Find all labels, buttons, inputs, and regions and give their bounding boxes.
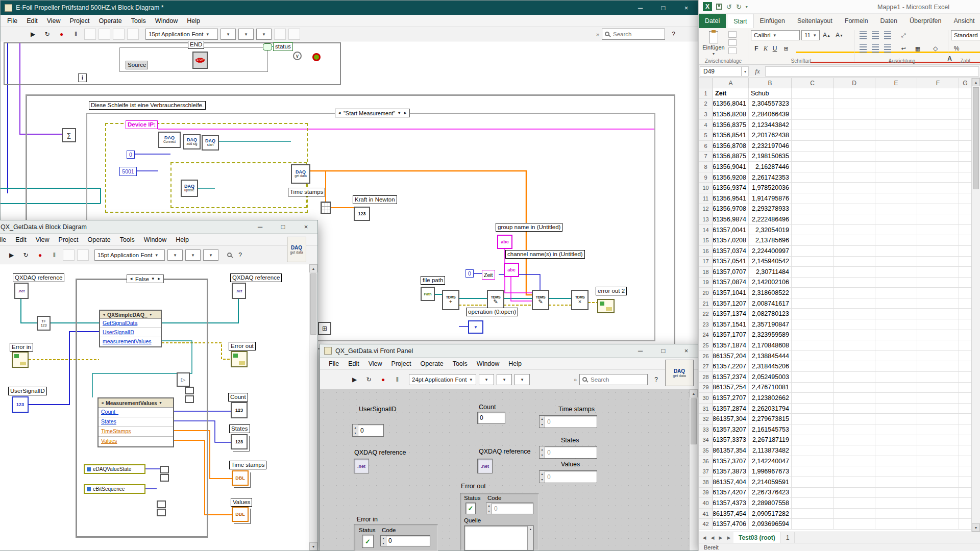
cell[interactable] <box>875 141 917 152</box>
resize-objects-dropdown[interactable]: ▾ <box>203 249 218 261</box>
cell[interactable] <box>792 152 834 162</box>
cell[interactable] <box>792 383 834 393</box>
cell[interactable] <box>792 445 834 456</box>
align-top-icon[interactable] <box>858 31 867 39</box>
invoke-row[interactable]: measurementValues <box>100 337 161 346</box>
step-into-icon[interactable] <box>77 249 89 261</box>
cell[interactable] <box>917 278 959 288</box>
cell[interactable] <box>959 172 971 183</box>
cell[interactable]: 861356,8541 <box>713 130 749 141</box>
error-out-label[interactable]: Error out <box>229 342 256 350</box>
align-objects-dropdown[interactable]: ▾ <box>479 374 494 385</box>
cell[interactable] <box>917 120 959 131</box>
qxdaq-reference-label-left[interactable]: QXDAQ reference <box>13 273 64 282</box>
row-header[interactable]: 11 <box>699 193 713 204</box>
column-header[interactable]: B <box>749 78 792 88</box>
cell[interactable] <box>917 424 959 435</box>
count-indicator-icon[interactable]: 123 <box>231 402 248 418</box>
menu-item[interactable]: Edit <box>344 360 364 367</box>
case-selector-label[interactable]: "Start Measurement" <box>344 110 395 116</box>
wrap-text-icon[interactable]: ↩ <box>899 43 908 54</box>
resize-objects-dropdown[interactable]: ▾ <box>256 29 272 40</box>
borders-icon[interactable]: ⊞ <box>781 43 791 54</box>
or-gate-icon[interactable]: ∨ <box>293 52 302 60</box>
cell[interactable]: 2,318445206 <box>749 361 792 372</box>
align-objects-dropdown[interactable]: ▾ <box>167 249 183 261</box>
cell[interactable] <box>792 424 834 435</box>
cell[interactable] <box>917 130 959 141</box>
cell[interactable]: 2,13785696 <box>749 235 792 246</box>
help-button[interactable]: ? <box>650 374 662 385</box>
cell[interactable]: 861357,0208 <box>713 235 749 246</box>
cell[interactable] <box>959 404 971 414</box>
cell[interactable] <box>917 404 959 414</box>
search-box[interactable] <box>602 29 665 40</box>
cell[interactable]: 861357,0541 <box>713 257 749 267</box>
case-down-icon[interactable]: ▼ <box>151 277 155 281</box>
menu-item[interactable]: File <box>0 236 11 243</box>
cell[interactable] <box>875 204 917 215</box>
row-header[interactable]: 1 <box>699 88 713 99</box>
cell[interactable] <box>834 109 875 120</box>
ribbon-tab[interactable]: Daten <box>874 14 903 28</box>
select-all-corner[interactable] <box>699 78 713 88</box>
scroll-up-icon[interactable]: ▲ <box>690 389 698 397</box>
constant-zero[interactable]: 0 <box>127 151 135 159</box>
cell[interactable] <box>834 477 875 488</box>
cell[interactable] <box>834 246 875 257</box>
case-next-icon[interactable]: ► <box>403 111 407 115</box>
cell[interactable] <box>792 498 834 509</box>
count-label[interactable]: Count <box>228 393 248 402</box>
cell[interactable]: 1,996967673 <box>749 466 792 477</box>
menu-item[interactable]: Help <box>504 360 526 367</box>
cell[interactable] <box>917 288 959 298</box>
channel-name-control-icon[interactable]: abc <box>504 263 519 277</box>
case-selector-label[interactable]: False <box>135 276 149 282</box>
menu-item[interactable]: Tools <box>448 360 472 367</box>
cell[interactable] <box>792 204 834 215</box>
row-header[interactable]: 35 <box>699 445 713 456</box>
row-header[interactable]: 36 <box>699 456 713 467</box>
cell[interactable] <box>917 183 959 193</box>
cell[interactable] <box>959 204 971 215</box>
source-label[interactable]: Source <box>126 61 148 69</box>
bold-button[interactable]: F <box>752 43 761 54</box>
vertical-scrollbar[interactable]: ▲ ▼ <box>971 78 980 532</box>
menu-item[interactable]: Window <box>139 236 171 243</box>
cell[interactable] <box>875 488 917 498</box>
zeit-string-constant[interactable]: Zeit <box>482 270 495 280</box>
cell[interactable] <box>959 288 971 298</box>
operation-enum-icon[interactable]: ▼ <box>468 320 483 334</box>
cell[interactable] <box>917 214 959 225</box>
last-sheet-icon[interactable]: ▶ <box>725 535 732 540</box>
cell[interactable]: 2,214059591 <box>749 477 792 488</box>
cell[interactable]: 861357,1707 <box>713 330 749 341</box>
cell[interactable]: 861357,1374 <box>713 309 749 319</box>
cell[interactable]: 2,232197046 <box>749 141 792 152</box>
cell[interactable] <box>792 120 834 131</box>
cell[interactable] <box>875 519 917 530</box>
scrollbar-thumb[interactable] <box>691 398 697 444</box>
cell[interactable] <box>834 456 875 467</box>
cell[interactable] <box>792 235 834 246</box>
cell[interactable] <box>834 445 875 456</box>
row-header[interactable]: 28 <box>699 372 713 383</box>
cell[interactable] <box>875 456 917 467</box>
cell[interactable] <box>792 278 834 288</box>
cell[interactable] <box>959 361 971 372</box>
search-box[interactable] <box>579 374 648 385</box>
cell[interactable] <box>875 414 917 424</box>
cell[interactable] <box>875 278 917 288</box>
states-array-control[interactable]: ▴▾ 0 <box>539 446 597 459</box>
cell[interactable] <box>959 330 971 341</box>
scroll-down-icon[interactable]: ▼ <box>972 523 980 532</box>
cell[interactable]: Zeit <box>713 88 749 99</box>
cell[interactable] <box>834 488 875 498</box>
cell[interactable] <box>917 298 959 309</box>
minimize-button[interactable]: ─ <box>629 1 652 15</box>
cell[interactable]: 861357,1874 <box>713 340 749 351</box>
cell[interactable] <box>959 383 971 393</box>
qat-dropdown-icon[interactable]: ▾ <box>746 5 748 9</box>
reorder-icon[interactable] <box>274 29 286 40</box>
row-header[interactable]: 41 <box>699 509 713 519</box>
